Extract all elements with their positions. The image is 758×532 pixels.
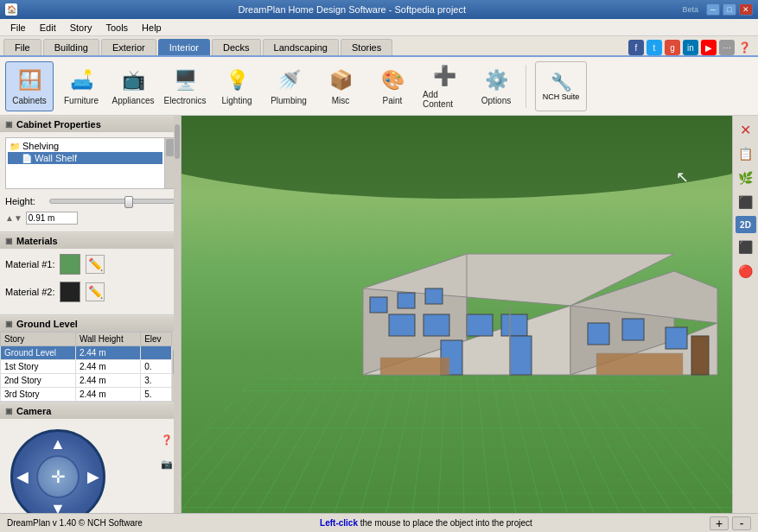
tree-item-wall-shelf[interactable]: 📄 Wall Shelf bbox=[8, 152, 162, 164]
facebook-icon[interactable]: f bbox=[628, 40, 644, 55]
appliances-icon: 📺 bbox=[119, 66, 147, 94]
menu-help[interactable]: Help bbox=[135, 19, 169, 35]
tool-options[interactable]: ⚙️ Options bbox=[472, 61, 520, 111]
camera-header[interactable]: ▣ Camera bbox=[0, 402, 181, 419]
materials-collapse-icon: ▣ bbox=[5, 237, 13, 245]
google-plus-icon[interactable]: g bbox=[665, 40, 680, 55]
tool-plumbing[interactable]: 🚿 Plumbing bbox=[264, 61, 313, 111]
material1-row: Material #1: ✏️ bbox=[5, 254, 175, 275]
camera-up-button[interactable]: ▲ bbox=[50, 435, 66, 453]
camera-section: ▣ Camera ▲ ▼ ◀ ▶ ✛ bbox=[0, 402, 181, 513]
ground-level-header[interactable]: ▣ Ground Level bbox=[0, 315, 181, 332]
titlebar: 🏠 DreamPlan Home Design Software - Softp… bbox=[0, 0, 758, 19]
right-btn-arrow[interactable]: ✕ bbox=[736, 119, 756, 140]
right-btn-layers2[interactable]: ⬛ bbox=[736, 237, 756, 257]
status-text: DreamPlan v 1.40 © NCH Software bbox=[7, 518, 143, 528]
table-row[interactable]: Ground Level 2.44 m bbox=[1, 346, 172, 360]
camera-right-button[interactable]: ▶ bbox=[87, 467, 99, 486]
right-btn-clipboard[interactable]: 📋 bbox=[736, 143, 756, 164]
svg-rect-16 bbox=[380, 358, 449, 375]
col-elev: Elev bbox=[141, 332, 172, 346]
svg-rect-13 bbox=[622, 319, 644, 340]
right-btn-2d[interactable]: 2D bbox=[736, 216, 756, 233]
paint-icon: 🎨 bbox=[379, 66, 406, 94]
table-row[interactable]: 3rd Story 2.44 m 5. bbox=[1, 388, 172, 402]
linkedin-icon[interactable]: in bbox=[683, 40, 698, 55]
panel-scroll[interactable]: ▣ Cabinet Properties 📁 Shelving 📄 Wal bbox=[0, 116, 181, 513]
materials-header[interactable]: ▣ Materials bbox=[0, 232, 181, 249]
menu-edit[interactable]: Edit bbox=[33, 19, 63, 35]
material2-edit-button[interactable]: ✏️ bbox=[86, 282, 105, 301]
status-zoom-in-button[interactable]: + bbox=[710, 516, 729, 530]
tool-misc[interactable]: 📦 Misc bbox=[316, 61, 365, 111]
tab-interior[interactable]: Interior bbox=[158, 39, 210, 55]
material2-swatch[interactable] bbox=[60, 282, 80, 302]
table-row[interactable]: 1st Story 2.44 m 0. bbox=[1, 360, 172, 374]
tool-cabinets[interactable]: 🪟 Cabinets bbox=[5, 61, 54, 111]
tool-furniture[interactable]: 🛋️ Furniture bbox=[57, 61, 105, 111]
menu-tools[interactable]: Tools bbox=[99, 19, 135, 35]
menu-file[interactable]: File bbox=[3, 19, 33, 35]
toolbar-separator bbox=[526, 65, 526, 108]
status-zoom-out-button[interactable]: - bbox=[732, 516, 751, 530]
tool-paint[interactable]: 🎨 Paint bbox=[368, 61, 417, 111]
nch-suite-button[interactable]: 🔧 NCH Suite bbox=[535, 61, 587, 111]
table-row[interactable]: 2nd Story 2.44 m 3. bbox=[1, 374, 172, 388]
tab-decks[interactable]: Decks bbox=[212, 39, 261, 55]
house-3d bbox=[354, 202, 726, 444]
twitter-icon[interactable]: t bbox=[647, 40, 662, 55]
material1-swatch[interactable] bbox=[60, 254, 80, 275]
status-message: Left-click the mouse to place the object… bbox=[143, 518, 710, 528]
material1-edit-button[interactable]: ✏️ bbox=[86, 255, 105, 274]
ground-level-collapse-icon: ▣ bbox=[5, 320, 13, 328]
panel-scrollbar[interactable] bbox=[174, 116, 181, 513]
help-icon[interactable]: ❓ bbox=[738, 41, 751, 54]
app-icon: 🏠 bbox=[5, 3, 17, 16]
statusbar: DreamPlan v 1.40 © NCH Software Left-cli… bbox=[0, 513, 758, 532]
viewport-canvas: ↖ bbox=[182, 116, 732, 513]
height-input[interactable] bbox=[26, 212, 78, 225]
ground-level-content: Story Wall Height Elev Ground Level 2.44… bbox=[0, 332, 181, 402]
tool-lighting[interactable]: 💡 Lighting bbox=[213, 61, 261, 111]
tool-appliances[interactable]: 📺 Appliances bbox=[109, 61, 157, 111]
version-label: DreamPlan v 1.40 © NCH Software bbox=[7, 518, 143, 528]
options-icon: ⚙️ bbox=[482, 66, 510, 94]
close-button[interactable]: ✕ bbox=[739, 3, 753, 16]
main-area: ▣ Cabinet Properties 📁 Shelving 📄 Wal bbox=[0, 116, 758, 513]
material2-row: Material #2: ✏️ bbox=[5, 282, 175, 302]
right-btn-warning[interactable]: 🔴 bbox=[736, 261, 756, 282]
right-btn-floor[interactable]: ⬛ bbox=[736, 192, 756, 212]
maximize-button[interactable]: □ bbox=[723, 3, 736, 16]
svg-rect-7 bbox=[424, 314, 449, 336]
camera-left-button[interactable]: ◀ bbox=[16, 467, 29, 486]
tree-item-shelving[interactable]: 📁 Shelving bbox=[8, 140, 162, 152]
camera-down-button[interactable]: ▼ bbox=[50, 500, 66, 513]
tool-add-content[interactable]: ➕ Add Content bbox=[420, 61, 468, 111]
tab-landscaping[interactable]: Landscaping bbox=[263, 39, 339, 55]
left-panel: ▣ Cabinet Properties 📁 Shelving 📄 Wal bbox=[0, 116, 182, 513]
more-icon[interactable]: ⋯ bbox=[719, 40, 735, 55]
tab-exterior[interactable]: Exterior bbox=[101, 39, 156, 55]
tool-electronics[interactable]: 🖥️ Electronics bbox=[161, 61, 209, 111]
tab-file[interactable]: File bbox=[3, 39, 41, 55]
cabinet-properties-header[interactable]: ▣ Cabinet Properties bbox=[0, 116, 181, 132]
cabinet-properties-content: 📁 Shelving 📄 Wall Shelf bbox=[0, 132, 181, 231]
viewport[interactable]: ↖ bbox=[182, 116, 732, 513]
camera-center-button[interactable]: ✛ bbox=[36, 455, 80, 498]
svg-rect-15 bbox=[691, 336, 709, 375]
camera-collapse-icon: ▣ bbox=[5, 407, 13, 415]
menu-story[interactable]: Story bbox=[63, 19, 99, 35]
youtube-icon[interactable]: ▶ bbox=[701, 40, 717, 55]
cabinet-properties-section: ▣ Cabinet Properties 📁 Shelving 📄 Wal bbox=[0, 116, 181, 232]
svg-rect-20 bbox=[425, 288, 443, 304]
height-slider[interactable] bbox=[49, 199, 175, 204]
tab-stories[interactable]: Stories bbox=[341, 39, 392, 55]
tab-building[interactable]: Building bbox=[43, 39, 99, 55]
right-btn-layers[interactable]: 🌿 bbox=[736, 168, 756, 188]
materials-content: Material #1: ✏️ Material #2: ✏️ bbox=[0, 249, 181, 314]
cursor-icon: ↖ bbox=[676, 168, 689, 187]
ground-level-section: ▣ Ground Level Story Wall Height Elev bbox=[0, 315, 181, 402]
camera-content: ▲ ▼ ◀ ▶ ✛ ❓ 📷 bbox=[0, 419, 181, 513]
minimize-button[interactable]: ─ bbox=[706, 3, 720, 16]
col-wall-height: Wall Height bbox=[75, 332, 140, 346]
